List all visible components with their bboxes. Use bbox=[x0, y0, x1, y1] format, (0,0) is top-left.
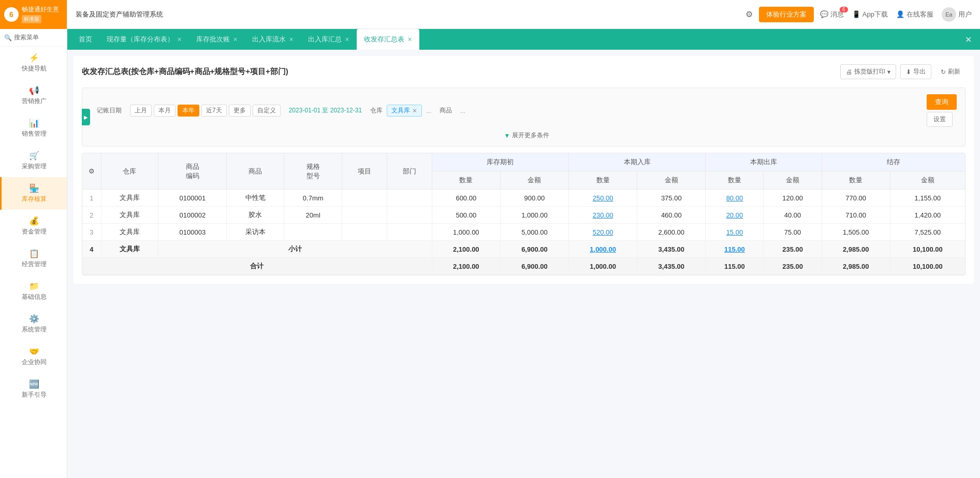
date-btn-last-month[interactable]: 上月 bbox=[130, 105, 152, 117]
expand-conditions-btn[interactable]: ▼ 展开更多条件 bbox=[97, 131, 957, 140]
finance-icon: 💰 bbox=[29, 216, 39, 226]
sidebar-nav: ⚡ 快捷导航 📢 营销推广 📊 销售管理 🛒 采购管理 🏪 库存核算 💰 资金管… bbox=[0, 47, 67, 478]
row-out-amt: 75.00 bbox=[764, 224, 822, 241]
sales-icon: 📊 bbox=[29, 118, 39, 128]
app-download-action[interactable]: 📱 App下载 bbox=[852, 10, 888, 19]
row-out-qty[interactable]: 80.00 bbox=[706, 190, 764, 207]
row-num: 3 bbox=[82, 224, 101, 241]
row-in-qty[interactable]: 250.00 bbox=[569, 190, 637, 207]
tab-inventory-dist-label: 现存量（库存分布表） bbox=[107, 35, 174, 44]
tab-batch-ledger[interactable]: 库存批次账 ✕ bbox=[189, 29, 245, 50]
settings-gear-icon[interactable]: ⚙ bbox=[745, 9, 753, 19]
experience-btn[interactable]: 体验行业方案 bbox=[759, 7, 814, 22]
tab-inout-flow-close[interactable]: ✕ bbox=[289, 36, 294, 43]
system-icon: ⚙️ bbox=[29, 314, 39, 324]
refresh-btn[interactable]: ↻ 刷新 bbox=[935, 65, 966, 79]
row-goods-spec: 20ml bbox=[284, 207, 342, 224]
tab-recv-send-summary-close[interactable]: ✕ bbox=[407, 36, 412, 43]
sidebar-item-quick-nav-label: 快捷导航 bbox=[22, 64, 47, 73]
tab-home-label: 首页 bbox=[79, 35, 92, 44]
row-closing-amt: 1,420.00 bbox=[890, 207, 965, 224]
row-out-qty[interactable]: 15.00 bbox=[706, 224, 764, 241]
tab-inout-summary-close[interactable]: ✕ bbox=[345, 36, 349, 43]
date-btn-7days[interactable]: 近7天 bbox=[201, 105, 227, 117]
row-project bbox=[342, 190, 387, 207]
tab-inout-flow[interactable]: 出入库流水 ✕ bbox=[245, 29, 301, 50]
search-label: 搜索菜单 bbox=[14, 33, 39, 42]
sidebar-item-operations[interactable]: 📋 经营管理 bbox=[0, 242, 67, 275]
user-action[interactable]: Ea 用户 bbox=[942, 7, 972, 22]
sidebar-item-enterprise[interactable]: 🤝 企业协同 bbox=[0, 340, 67, 373]
sidebar-item-guide[interactable]: 🆕 新手引导 bbox=[0, 373, 67, 405]
filter-area: ▶ 记账日期 上月 本月 本年 近7天 更多 自定义 2023-01-01 至 … bbox=[82, 88, 966, 147]
logo-area: 6 畅捷通好生意 标准版 bbox=[0, 0, 67, 29]
row-out-qty[interactable]: 20.00 bbox=[706, 207, 764, 224]
th-closing-amt: 金额 bbox=[890, 171, 965, 190]
total-out-qty: 115.00 bbox=[706, 258, 764, 275]
search-icon: 🔍 bbox=[4, 34, 12, 41]
row-in-amt: 375.00 bbox=[637, 190, 706, 207]
logo-text-area: 畅捷通好生意 标准版 bbox=[22, 6, 59, 23]
row-num: 1 bbox=[82, 190, 101, 207]
sidebar-item-quick-nav[interactable]: ⚡ 快捷导航 bbox=[0, 47, 67, 79]
app-download-label: App下载 bbox=[862, 10, 888, 19]
page-title: 收发存汇总表(按仓库+商品编码+商品+规格型号+项目+部门) bbox=[82, 67, 288, 77]
tab-inventory-dist[interactable]: 现存量（库存分布表） ✕ bbox=[99, 29, 189, 50]
date-btn-this-month[interactable]: 本月 bbox=[154, 105, 175, 117]
date-btn-custom[interactable]: 自定义 bbox=[253, 105, 281, 117]
avatar: Ea bbox=[942, 7, 956, 22]
tab-batch-ledger-close[interactable]: ✕ bbox=[233, 36, 238, 43]
messages-action[interactable]: 💬 消息 6 bbox=[820, 10, 844, 19]
tab-inout-summary[interactable]: 出入库汇总 ✕ bbox=[301, 29, 357, 50]
sidebar-item-purchase-label: 采购管理 bbox=[22, 162, 47, 171]
sidebar-search[interactable]: 🔍 搜索菜单 bbox=[0, 29, 67, 47]
sidebar: 6 畅捷通好生意 标准版 🔍 搜索菜单 ⚡ 快捷导航 📢 营销推广 📊 销售管理… bbox=[0, 0, 67, 478]
sidebar-item-basic[interactable]: 📁 基础信息 bbox=[0, 275, 67, 308]
warehouse-filter: 仓库 文具库 ✕ ... bbox=[370, 105, 431, 117]
quick-nav-icon: ⚡ bbox=[29, 53, 39, 63]
total-row: 合计 2,100.00 6,900.00 1,000.00 3,435.00 1… bbox=[82, 258, 965, 275]
tab-bar: 首页 现存量（库存分布表） ✕ 库存批次账 ✕ 出入库流水 ✕ 出入库汇总 ✕ … bbox=[67, 29, 980, 50]
total-label: 合计 bbox=[82, 258, 432, 275]
sidebar-item-system[interactable]: ⚙️ 系统管理 bbox=[0, 308, 67, 340]
tab-home[interactable]: 首页 bbox=[71, 29, 99, 50]
row-in-qty[interactable]: 230.00 bbox=[569, 207, 637, 224]
total-in-qty: 1,000.00 bbox=[569, 258, 637, 275]
subtotal-row: 4 文具库 小计 2,100.00 6,900.00 1,000.00 3,43… bbox=[82, 241, 965, 258]
top-header: 装备及固定资产辅助管理系统 ⚙ 体验行业方案 💬 消息 6 📱 App下载 👤 … bbox=[67, 0, 980, 29]
goods-more-btn[interactable]: ... bbox=[460, 107, 465, 114]
print-chevron-icon: ▾ bbox=[887, 68, 890, 76]
tab-bar-close-btn[interactable]: ✕ bbox=[961, 35, 976, 45]
tab-inventory-dist-close[interactable]: ✕ bbox=[177, 36, 182, 43]
subtotal-out-amt: 235.00 bbox=[764, 241, 822, 258]
sidebar-item-sales[interactable]: 📊 销售管理 bbox=[0, 112, 67, 144]
warehouse-tag[interactable]: 文具库 ✕ bbox=[387, 105, 422, 117]
print-btn[interactable]: 🖨 拣货版打印 ▾ bbox=[840, 64, 896, 79]
row-goods-code: 0100003 bbox=[158, 224, 227, 241]
filter-toggle-btn[interactable]: ▶ bbox=[82, 109, 90, 125]
page-container: 收发存汇总表(按仓库+商品编码+商品+规格型号+项目+部门) 🖨 拣货版打印 ▾… bbox=[74, 56, 974, 284]
warehouse-more-btn[interactable]: ... bbox=[426, 107, 431, 114]
subtotal-closing-qty: 2,985.00 bbox=[822, 241, 890, 258]
marketing-icon: 📢 bbox=[29, 85, 39, 95]
date-btn-more[interactable]: 更多 bbox=[229, 105, 251, 117]
setting-btn[interactable]: 设置 bbox=[927, 112, 953, 127]
tab-recv-send-summary[interactable]: 收发存汇总表 ✕ bbox=[357, 29, 419, 50]
row-closing-qty: 770.00 bbox=[822, 190, 890, 207]
date-btn-this-year[interactable]: 本年 bbox=[178, 105, 199, 117]
sidebar-item-inventory[interactable]: 🏪 库存核算 bbox=[0, 177, 67, 210]
row-closing-qty: 1,505.00 bbox=[822, 224, 890, 241]
online-service-icon: 👤 bbox=[896, 10, 904, 18]
th-group-out: 本期出库 bbox=[706, 153, 822, 171]
th-goods-name: 商品 bbox=[227, 153, 284, 190]
query-btn[interactable]: 查询 bbox=[927, 94, 957, 110]
sidebar-item-finance[interactable]: 💰 资金管理 bbox=[0, 210, 67, 242]
row-in-qty[interactable]: 520.00 bbox=[569, 224, 637, 241]
warehouse-tag-remove-btn[interactable]: ✕ bbox=[412, 107, 417, 114]
th-settings[interactable]: ⚙ bbox=[82, 153, 101, 190]
online-service-action[interactable]: 👤 在线客服 bbox=[896, 10, 933, 19]
sidebar-item-purchase[interactable]: 🛒 采购管理 bbox=[0, 144, 67, 177]
export-btn[interactable]: ⬇ 导出 bbox=[900, 64, 931, 79]
sidebar-item-marketing[interactable]: 📢 营销推广 bbox=[0, 79, 67, 112]
refresh-icon: ↻ bbox=[941, 68, 946, 76]
